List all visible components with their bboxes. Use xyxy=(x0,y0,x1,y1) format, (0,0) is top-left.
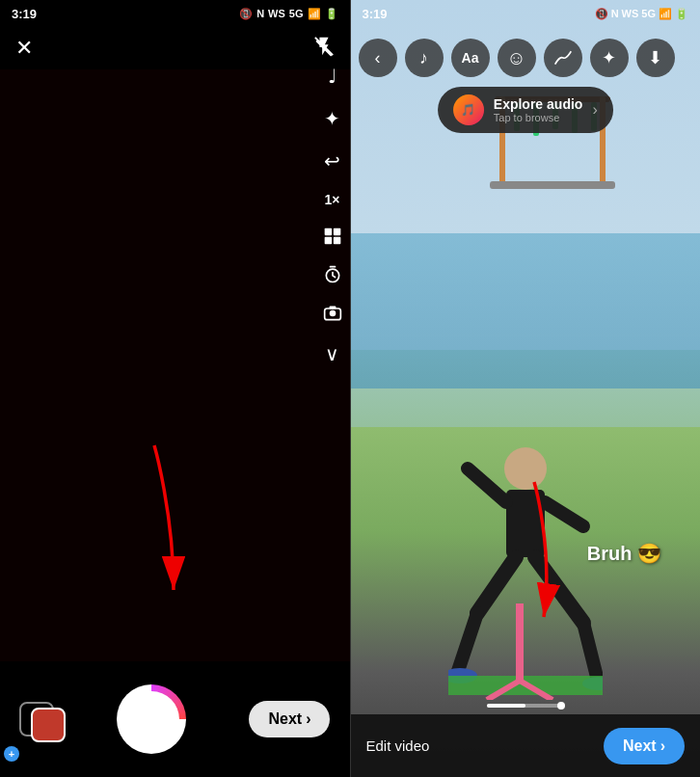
effects-tool-icon[interactable]: ✦ xyxy=(324,107,340,130)
person-figure xyxy=(448,430,603,700)
svg-rect-3 xyxy=(324,237,332,245)
status-icons-left: 📵 N WS 5G 📶 🔋 xyxy=(239,8,337,20)
audio-avatar: 🎵 xyxy=(453,94,484,125)
record-button[interactable] xyxy=(117,684,186,754)
svg-rect-30 xyxy=(516,603,524,681)
camera-viewfinder: ♩ ✦ ↩ 1× xyxy=(0,69,350,661)
svg-line-21 xyxy=(468,469,506,502)
add-media-badge[interactable]: + xyxy=(4,746,19,762)
scribble-button[interactable] xyxy=(544,39,582,77)
left-camera-panel: 3:19 📵 N WS 5G 📶 🔋 ✕ ♩ ✦ ↩ 1× xyxy=(0,0,350,777)
svg-rect-4 xyxy=(333,237,340,245)
edit-video-button[interactable]: Edit video xyxy=(366,737,430,754)
status-icons-right: 📵 N WS 5G 📶 🔋 xyxy=(595,8,688,20)
progress-bar-fill xyxy=(487,704,525,708)
audio-title: Explore audio xyxy=(494,96,583,112)
layout-tool-icon[interactable] xyxy=(323,227,342,246)
status-bar-right: 3:19 📵 N WS 5G 📶 🔋 xyxy=(351,0,701,27)
svg-rect-1 xyxy=(324,228,332,236)
camera-tools: ♩ ✦ ↩ 1× xyxy=(323,65,342,365)
camera-switch-icon[interactable] xyxy=(323,304,342,323)
download-button[interactable]: ⬇ xyxy=(636,39,675,77)
video-progress-area xyxy=(351,704,701,708)
next-button-left[interactable]: Next › xyxy=(249,701,330,737)
timer-tool-icon[interactable] xyxy=(323,265,342,284)
right-editor-panel: 3:19 📵 N WS 5G 📶 🔋 ‹ ♪ Aa ☺ ✦ ⬇ 🎵 Explor… xyxy=(351,0,701,777)
audio-chevron-icon: › xyxy=(592,101,597,119)
gallery-thumbnail[interactable] xyxy=(31,708,66,742)
editor-toolbar: ‹ ♪ Aa ☺ ✦ ⬇ xyxy=(351,31,701,85)
record-ring xyxy=(117,684,186,754)
more-tools-icon[interactable]: ∨ xyxy=(325,342,339,365)
left-top-bar: ✕ xyxy=(0,27,350,69)
music-button[interactable]: ♪ xyxy=(405,39,444,77)
speed-tool-label[interactable]: 1× xyxy=(325,192,340,207)
progress-dot xyxy=(557,702,565,710)
explore-audio-banner[interactable]: 🎵 Explore audio Tap to browse › xyxy=(438,87,613,133)
audio-subtitle: Tap to browse xyxy=(494,112,583,123)
text-overlay-bruh[interactable]: Bruh 😎 xyxy=(587,542,661,565)
close-button-left[interactable]: ✕ xyxy=(15,36,33,61)
svg-line-23 xyxy=(477,557,516,613)
record-inner xyxy=(123,691,179,747)
red-arrow-left xyxy=(96,436,212,629)
sticker-button[interactable]: ☺ xyxy=(498,39,536,77)
svg-line-24 xyxy=(458,613,477,671)
back-button-right[interactable]: ‹ xyxy=(359,39,397,77)
undo-tool-icon[interactable]: ↩ xyxy=(324,149,340,173)
editor-bottom-bar: Edit video Next › xyxy=(351,714,701,777)
svg-rect-8 xyxy=(329,307,336,309)
svg-rect-18 xyxy=(490,181,615,189)
svg-line-22 xyxy=(545,502,583,526)
svg-point-6 xyxy=(329,310,336,317)
time-right: 3:19 xyxy=(363,7,388,21)
music-tool-icon[interactable]: ♩ xyxy=(328,65,337,88)
svg-line-25 xyxy=(535,557,583,623)
next-button-right[interactable]: Next › xyxy=(604,728,685,764)
svg-line-26 xyxy=(583,623,598,681)
effects-button-right[interactable]: ✦ xyxy=(590,39,629,77)
svg-point-19 xyxy=(504,447,547,490)
text-button[interactable]: Aa xyxy=(451,39,490,77)
time-left: 3:19 xyxy=(12,7,37,21)
audio-text: Explore audio Tap to browse xyxy=(494,96,583,123)
water-background xyxy=(351,233,701,388)
svg-rect-2 xyxy=(333,228,340,236)
status-bar-left: 3:19 📵 N WS 5G 📶 🔋 xyxy=(0,0,350,27)
flash-off-icon[interactable] xyxy=(313,36,335,62)
progress-bar-background[interactable] xyxy=(487,704,564,708)
